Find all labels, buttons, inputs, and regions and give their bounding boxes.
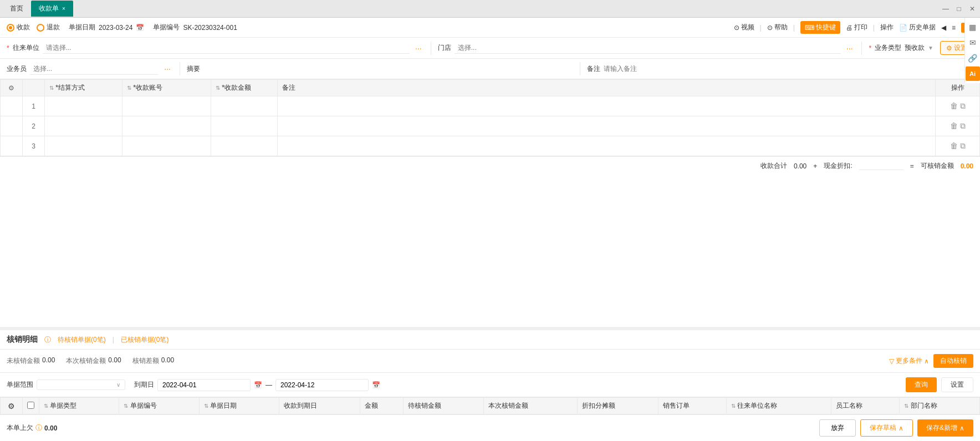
counterpart-more-button[interactable]: ··· [413, 44, 424, 53]
copy-row-1-icon[interactable]: ⧉ [960, 101, 966, 111]
col-account-header[interactable]: ⇅ *收款账号 [122, 80, 211, 96]
store-more-button[interactable]: ··· [844, 44, 855, 53]
range-select[interactable]: ∨ [37, 380, 125, 390]
calendar-to-icon[interactable]: 📅 [372, 381, 380, 389]
date-field: 单据日期 2023-03-24 📅 [69, 23, 144, 32]
video-button[interactable]: ⊙ 视频 [734, 23, 754, 32]
receipt-radio[interactable]: 收款 [7, 23, 30, 32]
row-3-actions: 🗑 ⧉ [940, 141, 975, 151]
calendar-from-icon[interactable]: 📅 [254, 381, 262, 389]
table-settings-lower-icon[interactable]: ⚙ [8, 402, 15, 411]
table-row: 3 🗑 ⧉ [1, 136, 980, 156]
verify-filter: ▽ 更多条件 ∧ 自动核销 [889, 354, 973, 368]
row-2-actions: 🗑 ⧉ [940, 121, 975, 131]
col-doc-type-header: ⇅ 单据类型 [39, 398, 119, 414]
query-button[interactable]: 查询 [906, 377, 937, 392]
col-current-header: 本次核销金额 [484, 398, 577, 414]
remark-input[interactable] [604, 65, 973, 73]
tab-receipt[interactable]: 收款单 × [31, 1, 73, 17]
salesperson-input[interactable] [30, 63, 159, 75]
more-conditions-button[interactable]: ▽ 更多条件 ∧ [889, 356, 929, 366]
total-label: 收款合计 [760, 161, 787, 171]
copy-row-2-icon[interactable]: ⧉ [960, 121, 966, 131]
sidebar-ai-icon[interactable]: Ai [966, 66, 980, 81]
diff-stat: 核销差额 0.00 [132, 356, 174, 366]
sidebar-email-icon[interactable]: ✉ [966, 35, 980, 50]
salesperson-more-button[interactable]: ··· [162, 64, 173, 73]
refund-radio[interactable]: 退款 [37, 23, 60, 32]
done-tab[interactable]: 已核销单据(0笔) [121, 335, 169, 345]
filter-actions: 查询 设置 [906, 377, 973, 392]
counterpart-input[interactable] [43, 42, 410, 54]
delete-row-1-icon[interactable]: 🗑 [950, 101, 958, 111]
bottom-label: 本单上欠 [7, 423, 33, 433]
verifiable-label: 可核销金额 [921, 161, 954, 171]
sidebar-attachment-icon[interactable]: 🔗 [966, 51, 980, 65]
sidebar-table-icon[interactable]: ▦ [966, 20, 980, 34]
discount-input[interactable] [859, 162, 904, 170]
col-amount-header[interactable]: ⇅ *收款金额 [211, 80, 278, 96]
table-row: 1 🗑 ⧉ [1, 96, 980, 116]
checkbox-col[interactable] [23, 398, 39, 414]
prev-button[interactable]: ◀ [941, 24, 946, 32]
pending-tab[interactable]: 待核销单据(0笔) [58, 335, 106, 345]
history-button[interactable]: 📄 历史单据 [899, 23, 936, 32]
help-button[interactable]: ⊙ 帮助 [767, 23, 788, 32]
date-from-input[interactable] [157, 379, 251, 391]
shortcut-button[interactable]: ⌨ 快捷键 [800, 21, 840, 34]
discard-button[interactable]: 放弃 [819, 419, 856, 437]
filter-row: 单据范围 ∨ 到期日 📅 — 📅 查询 设置 [0, 373, 980, 397]
config-button[interactable]: 设置 [941, 377, 973, 392]
select-all-checkbox[interactable] [27, 402, 34, 409]
date-label: 单据日期 [69, 23, 95, 32]
store-label: 门店 [438, 43, 451, 53]
col-doc-date-header: ⇅ 单据日期 [199, 398, 279, 414]
business-type-value: 预收款 [905, 43, 925, 53]
col-settle-header[interactable]: ⇅ *结算方式 [45, 80, 122, 96]
col-sales-order-header: 销售订单 [658, 398, 726, 414]
checkbox-header[interactable]: ⚙ [1, 398, 23, 414]
nav-icon[interactable]: ≡ [952, 24, 956, 32]
bottom-bar: 本单上欠 ⓘ 0.00 放弃 保存草稿 ∧ 保存&新增 ∧ [0, 414, 980, 441]
verify-stats: 未核销金额 0.00 本次核销金额 0.00 核销差额 0.00 ▽ 更多条件 … [0, 350, 980, 373]
calendar-icon[interactable]: 📅 [136, 24, 144, 32]
receipt-radio-dot [7, 24, 14, 32]
maximize-button[interactable]: □ [953, 3, 964, 14]
salesperson-label: 业务员 [7, 64, 27, 74]
business-type-label: 业务类型 [875, 43, 901, 53]
close-button[interactable]: ✕ [967, 3, 978, 14]
date-to-input[interactable] [275, 379, 369, 391]
receipt-table: ⚙ ⇅ *结算方式 ⇅ *收款账号 ⇅ *收款金额 备注 操作 [0, 79, 980, 156]
verify-title: 核销明细 [7, 335, 38, 345]
copy-row-3-icon[interactable]: ⧉ [960, 141, 966, 151]
store-input[interactable] [455, 42, 841, 54]
range-field: 单据范围 ∨ [7, 380, 125, 390]
tab-close-icon[interactable]: × [62, 6, 65, 12]
save-draft-button[interactable]: 保存草稿 ∧ [860, 419, 913, 437]
verify-info-icon[interactable]: ⓘ [44, 335, 51, 345]
col-settings-header[interactable]: ⚙ [1, 80, 23, 96]
number-label: 单据编号 [153, 23, 180, 32]
tab-home[interactable]: 首页 [2, 1, 31, 17]
minimize-button[interactable]: — [940, 3, 951, 14]
business-type-dropdown-arrow[interactable]: ▼ [928, 45, 933, 51]
operation-button[interactable]: 操作 [880, 23, 894, 32]
table-settings-icon[interactable]: ⚙ [8, 84, 14, 92]
toolbar-row: 收款 退款 单据日期 2023-03-24 📅 单据编号 SK-20230324… [0, 18, 980, 38]
unverified-stat: 未核销金额 0.00 [7, 356, 55, 366]
summary-input[interactable] [203, 65, 573, 73]
range-label: 单据范围 [7, 380, 33, 389]
delete-row-2-icon[interactable]: 🗑 [950, 121, 958, 131]
col-pending-header: 待核销金额 [403, 398, 484, 414]
delete-row-3-icon[interactable]: 🗑 [950, 141, 958, 151]
print-button[interactable]: 🖨 打印 [846, 23, 867, 32]
refund-radio-label: 退款 [47, 23, 60, 32]
bottom-info-icon[interactable]: ⓘ [35, 423, 42, 433]
date-range-field: 到期日 📅 — 📅 [134, 379, 380, 391]
auto-verify-button[interactable]: 自动核销 [933, 354, 973, 368]
refund-radio-dot [37, 24, 44, 32]
remark-label: 备注 [587, 64, 600, 74]
save-new-button[interactable]: 保存&新增 ∧ [917, 419, 973, 437]
col-amount-header: 金额 [360, 398, 404, 414]
receipt-type-group: 收款 退款 [7, 23, 60, 32]
